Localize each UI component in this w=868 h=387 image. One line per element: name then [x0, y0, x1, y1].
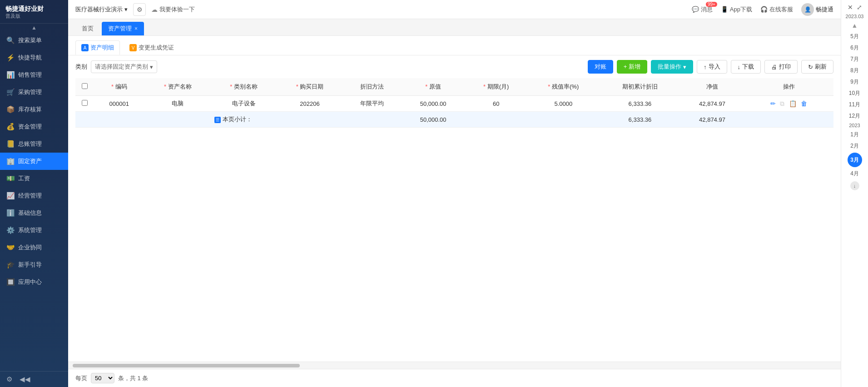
import-btn[interactable]: ↑ 导入 [697, 60, 727, 74]
avatar: 👤 [801, 3, 814, 16]
sub-tab-asset-detail[interactable]: A 资产明细 [75, 40, 120, 55]
timeline-month-3-current[interactable]: 3月 [848, 153, 862, 167]
subtotal-accumulated-depreciation: 6,333.36 [600, 112, 680, 128]
subtotal-original-value: 50,000.00 [402, 112, 465, 128]
sidebar-item-funds[interactable]: 💰资金管理 [0, 118, 68, 135]
timeline-close-btn[interactable]: ✕ [848, 4, 853, 11]
company-selector[interactable]: 医疗器械行业演示 ▾ [75, 5, 128, 14]
timeline-month-4[interactable]: 4月 [841, 168, 868, 179]
user-section[interactable]: 👤 畅捷通 [801, 3, 833, 16]
sidebar-label-app-center: 应用中心 [18, 278, 42, 286]
asset-table: 编码 资产名称 类别名称 购买日期 折旧方法 原值 期限(月) 残值率(%) 期… [75, 78, 833, 128]
refresh-btn[interactable]: ↻ 刷新 [801, 60, 833, 74]
content: A 资产明细 V 变更生成凭证 类别 请选择固定资产类别 ▾ 对账 + 新增 [68, 36, 841, 387]
app-download-label: App下载 [730, 5, 752, 14]
row-copy-btn-0[interactable]: ⧉ [779, 100, 786, 108]
app-download-btn[interactable]: 📱 App下载 [721, 5, 752, 14]
col-name: 资产名称 [145, 78, 211, 96]
timeline-scroll-up-btn[interactable]: ▲ [850, 20, 860, 31]
sidebar-item-ledger[interactable]: 📒总账管理 [0, 135, 68, 153]
sidebar: 畅捷通好业财 普及版 ▲ 🔍搜索菜单⚡快捷导航📊销售管理🛒采购管理📦库存核算💰资… [0, 0, 68, 387]
row-edit-btn-0[interactable]: ✏ [769, 100, 777, 107]
sidebar-item-fixed-assets[interactable]: 🏢固定资产 [0, 153, 68, 170]
download-btn[interactable]: ↓ 下载 [731, 60, 761, 74]
horizontal-scrollbar[interactable] [68, 362, 841, 369]
timeline-month-7[interactable]: 7月 [841, 54, 868, 65]
sidebar-settings-btn[interactable]: ⚙ [6, 375, 12, 383]
timeline-month-9[interactable]: 9月 [841, 76, 868, 88]
row-delete-btn-0[interactable]: 🗑 [799, 100, 808, 107]
timeline-month-11[interactable]: 11月 [841, 99, 868, 110]
cell-period-0: 60 [465, 96, 527, 112]
row-checkbox-0[interactable] [82, 100, 88, 106]
batch-label: 批量操作 [658, 63, 681, 71]
sidebar-item-system[interactable]: ⚙️系统管理 [0, 222, 68, 239]
timeline-month-2[interactable]: 2月 [841, 140, 868, 152]
per-page-select[interactable]: 50 100 [91, 373, 114, 383]
sidebar-item-sales[interactable]: 📊销售管理 [0, 66, 68, 84]
app-subtitle: 普及版 [5, 13, 20, 20]
sidebar-item-operations[interactable]: 📈经营管理 [0, 187, 68, 204]
tab-home[interactable]: 首页 [75, 22, 100, 35]
sidebar-item-basic-info[interactable]: ℹ️基础信息 [0, 204, 68, 222]
timeline-scroll-indicator[interactable]: ↓ [850, 181, 859, 190]
timeline-panel: ✕ ⤢ 2023.03 ▲ 5月 6月 7月 8月 9月 10月 11月 12月… [841, 0, 868, 387]
category-chevron: ▾ [150, 64, 153, 70]
sidebar-label-fixed-assets: 固定资产 [18, 157, 42, 165]
sidebar-item-app-center[interactable]: 🔲应用中心 [0, 273, 68, 291]
timeline-month-12[interactable]: 12月 [841, 110, 868, 122]
sidebar-item-quick-nav[interactable]: ⚡快捷导航 [0, 49, 68, 66]
timeline-month-6[interactable]: 6月 [841, 42, 868, 54]
sidebar-bottom: ⚙ ◀◀ [0, 371, 68, 387]
sidebar-item-enterprise[interactable]: 🤝企业协同 [0, 239, 68, 256]
col-code: 编码 [94, 78, 145, 96]
sidebar-icon-basic-info: ℹ️ [6, 209, 15, 217]
sidebar-label-basic-info: 基础信息 [18, 209, 42, 217]
refresh-icon: ↻ [808, 64, 813, 70]
print-btn[interactable]: 🖨 打印 [764, 60, 798, 74]
sidebar-label-search-menu: 搜索菜单 [18, 36, 42, 45]
import-icon: ↑ [704, 64, 707, 70]
sidebar-icon-ledger: 📒 [6, 140, 15, 148]
timeline-month-8[interactable]: 8月 [841, 65, 868, 76]
sub-tab-asset-detail-label: 资产明细 [90, 44, 114, 52]
cell-category-0: 电子设备 [211, 96, 277, 112]
cell-net-value-0: 42,874.97 [680, 96, 744, 112]
sidebar-item-inventory[interactable]: 📦库存核算 [0, 101, 68, 118]
reconcile-btn[interactable]: 对账 [588, 60, 613, 74]
timeline-expand-btn[interactable]: ⤢ [857, 4, 862, 11]
timeline-month-10[interactable]: 10月 [841, 88, 868, 99]
row-detail-btn-0[interactable]: 📋 [788, 100, 798, 107]
sidebar-label-guide: 新手引导 [18, 261, 42, 269]
sidebar-icon-guide: 🎓 [6, 261, 15, 269]
select-all-checkbox[interactable] [82, 83, 88, 89]
tab-home-label: 首页 [82, 25, 94, 32]
category-select[interactable]: 请选择固定资产类别 ▾ [91, 60, 157, 73]
batch-btn[interactable]: 批量操作 ▾ [651, 60, 693, 74]
messages-btn[interactable]: 💬 消息 99+ [692, 5, 713, 14]
sidebar-icon-search-menu: 🔍 [6, 36, 15, 45]
sidebar-item-payroll[interactable]: 💵工资 [0, 170, 68, 187]
experience-btn[interactable]: ☁ 我要体验一下 [151, 5, 195, 14]
sidebar-collapse-btn[interactable]: ◀◀ [20, 375, 30, 383]
new-btn[interactable]: + 新增 [617, 60, 647, 74]
col-residual-rate: 残值率(%) [527, 78, 600, 96]
company-name: 医疗器械行业演示 [75, 5, 123, 14]
online-service-btn[interactable]: 🎧 在线客服 [760, 5, 793, 14]
subtotal-row: ☰本页小计： 50,000.00 6,333.36 42,874.97 [75, 112, 833, 128]
sidebar-item-guide[interactable]: 🎓新手引导 [0, 256, 68, 273]
sidebar-icon-app-center: 🔲 [6, 278, 15, 286]
sidebar-item-purchase[interactable]: 🛒采购管理 [0, 84, 68, 101]
tab-close-btn[interactable]: × [134, 25, 138, 32]
sub-tab-change-voucher[interactable]: V 变更生成凭证 [124, 40, 180, 55]
tab-asset-management: 资产管理 × [102, 22, 144, 35]
topbar-settings-btn[interactable]: ⚙ [133, 3, 146, 16]
sidebar-item-search-menu[interactable]: 🔍搜索菜单 [0, 32, 68, 49]
timeline-month-1[interactable]: 1月 [841, 129, 868, 140]
experience-label: 我要体验一下 [159, 5, 195, 14]
sidebar-scroll-up[interactable]: ▲ [0, 24, 68, 32]
cloud-icon: ☁ [151, 6, 158, 13]
timeline-month-5[interactable]: 5月 [841, 31, 868, 42]
sidebar-label-payroll: 工资 [18, 174, 30, 183]
col-original-value: 原值 [402, 78, 465, 96]
